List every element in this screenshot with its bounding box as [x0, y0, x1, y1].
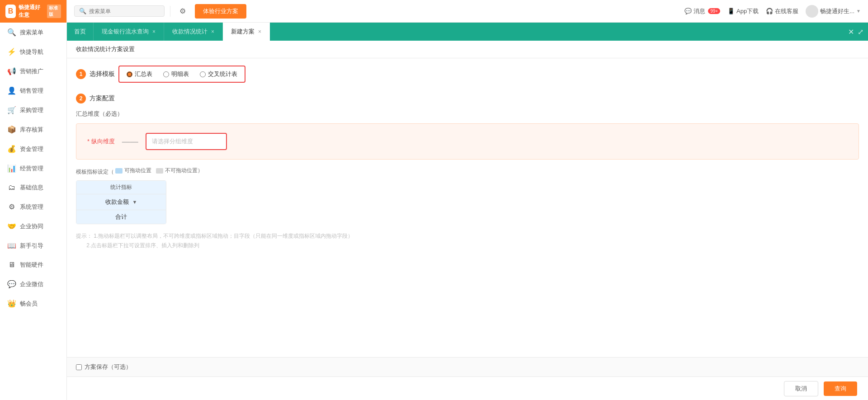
sidebar-item-marketing[interactable]: 📢 营销推广: [0, 61, 66, 81]
topbar-right: 💬 消息 99+ 📱 App下载 🎧 在线客服 畅捷通好生... ▼: [684, 5, 861, 18]
search-input[interactable]: [89, 8, 152, 14]
service-icon: 🎧: [766, 8, 773, 14]
industry-btn[interactable]: 体验行业方案: [195, 4, 246, 19]
sidebar-item-collaboration[interactable]: 🤝 企业协同: [0, 216, 66, 236]
sidebar-item-label: 搜索菜单: [20, 28, 43, 37]
app-download-btn[interactable]: 📱 App下载: [727, 7, 759, 15]
logo-text: 畅捷通好生意: [19, 4, 43, 19]
tab-newplan-close[interactable]: ×: [258, 28, 261, 35]
sidebar-item-label: 智能硬件: [20, 261, 43, 269]
dimension-placeholder: 请选择分组维度: [152, 138, 193, 145]
search-icon: 🔍: [7, 28, 16, 37]
topbar-search-box[interactable]: 🔍: [74, 5, 165, 17]
sidebar-item-label: 系统管理: [20, 203, 43, 211]
sidebar-item-purchase[interactable]: 🛒 采购管理: [0, 100, 66, 120]
sidebar-item-label: 营销推广: [20, 67, 43, 75]
step1-header: 1 选择模板 汇总表 明细表 交叉统计表: [76, 66, 859, 83]
hint-2: 2.点击标题栏下拉可设置排序、插入列和删除列: [76, 241, 859, 251]
gear-button[interactable]: ⚙: [176, 5, 189, 18]
indicator-subtotal: 合计: [76, 210, 166, 224]
indicator-table: 统计指标 收款金额 ▼ 合计: [76, 180, 166, 224]
operations-icon: 📊: [7, 164, 16, 173]
sidebar-item-sales[interactable]: 👤 销售管理: [0, 81, 66, 100]
radio-detail[interactable]: 明细表: [163, 70, 189, 78]
save-plan-label[interactable]: 方案保存（可选）: [85, 363, 132, 371]
page-title: 收款情况统计方案设置: [76, 46, 135, 52]
sidebar-item-label: 畅会员: [20, 300, 38, 308]
sidebar-item-guide[interactable]: 📖 新手引导: [0, 236, 66, 255]
sidebar-item-member[interactable]: 👑 畅会员: [0, 294, 66, 313]
chevron-down-icon: ▼: [856, 9, 861, 14]
radio-cross[interactable]: 交叉统计表: [200, 70, 237, 78]
tab-collection-label: 收款情况统计: [172, 28, 208, 36]
online-service-btn[interactable]: 🎧 在线客服: [766, 7, 798, 15]
sidebar-item-operations[interactable]: 📊 经营管理: [0, 159, 66, 178]
service-label: 在线客服: [775, 7, 798, 15]
save-plan-checkbox[interactable]: [76, 364, 82, 370]
indicator-header: 模板指标设定（ 可拖动位置 不可拖动位置）: [76, 167, 859, 176]
dimension-area: 纵向维度 —— 请选择分组维度: [76, 123, 859, 160]
dropdown-icon: ▼: [132, 199, 137, 205]
tab-cashflow-close[interactable]: ×: [152, 28, 156, 35]
hint-text-1: 1.拖动标题栏可以调整布局，不可跨维度或指标区域拖动；目字段（只能在同一维度或指…: [94, 233, 353, 239]
sidebar-item-search[interactable]: 🔍 搜索菜单: [0, 23, 66, 42]
tab-home-label: 首页: [74, 28, 86, 36]
hint-1: 提示： 1.拖动标题栏可以调整布局，不可跨维度或指标区域拖动；目字段（只能在同一…: [76, 231, 859, 241]
logo-icon: B: [5, 5, 16, 18]
topbar-divider: [170, 6, 170, 17]
close-window-icon[interactable]: ✕: [848, 28, 854, 36]
hint-spacer: [76, 242, 85, 249]
radio-detail-input[interactable]: [163, 71, 169, 77]
user-profile[interactable]: 畅捷通好生... ▼: [806, 5, 861, 18]
cancel-button[interactable]: 取消: [784, 381, 818, 396]
radio-summary[interactable]: 汇总表: [127, 70, 152, 78]
draggable-legend-box: [115, 168, 123, 174]
sidebar-item-hardware[interactable]: 🖥 智能硬件: [0, 255, 66, 274]
sidebar-item-label: 资金管理: [20, 145, 43, 153]
sidebar-item-inventory[interactable]: 📦 库存核算: [0, 120, 66, 139]
tab-cashflow-label: 现金银行流水查询: [102, 28, 149, 36]
hint-section: 提示： 1.拖动标题栏可以调整布局，不可跨维度或指标区域拖动；目字段（只能在同一…: [76, 231, 859, 251]
sidebar-item-finance[interactable]: 💰 资金管理: [0, 139, 66, 159]
indicator-cell-amount[interactable]: 收款金额 ▼: [76, 194, 166, 210]
sidebar-logo: B 畅捷通好生意 标准版: [0, 0, 66, 23]
step2-title: 方案配置: [90, 94, 115, 103]
expand-window-icon[interactable]: ⤢: [858, 28, 863, 36]
tab-collection-close[interactable]: ×: [211, 28, 214, 35]
indicator-group-header: 统计指标: [76, 181, 166, 194]
step1-number: 1: [76, 69, 86, 79]
radio-summary-input[interactable]: [127, 71, 132, 77]
dimension-select[interactable]: 请选择分组维度: [146, 133, 227, 150]
topbar: 🔍 ⚙ 体验行业方案 💬 消息 99+ 📱 App下载 🎧 在线客服: [67, 0, 868, 23]
edition-badge: 标准版: [47, 5, 61, 18]
sidebar-item-label: 经营管理: [20, 165, 43, 173]
message-badge: 99+: [708, 8, 720, 14]
query-button[interactable]: 查询: [824, 381, 857, 396]
tab-home[interactable]: 首页: [67, 23, 94, 41]
step2-section: 2 方案配置 汇总维度（必选） 纵向维度 —— 请选择分组维度: [76, 94, 859, 251]
step1-section: 1 选择模板 汇总表 明细表 交叉统计表: [76, 66, 859, 83]
quicknav-icon: ⚡: [7, 47, 16, 56]
radio-summary-label: 汇总表: [135, 70, 152, 78]
radio-cross-input[interactable]: [200, 71, 206, 77]
message-icon: 💬: [684, 8, 692, 14]
guide-icon: 📖: [7, 241, 16, 250]
tab-collection[interactable]: 收款情况统计 ×: [164, 23, 223, 41]
page-header: 收款情况统计方案设置: [67, 41, 868, 58]
system-icon: ⚙: [7, 202, 16, 211]
sidebar-item-system[interactable]: ⚙ 系统管理: [0, 197, 66, 216]
username: 畅捷通好生...: [820, 7, 854, 15]
message-btn[interactable]: 💬 消息 99+: [684, 7, 720, 15]
baseinfo-icon: 🗂: [7, 184, 16, 192]
sidebar-item-label: 新手引导: [20, 242, 43, 250]
sidebar-item-quicknav[interactable]: ⚡ 快捷导航: [0, 42, 66, 61]
sidebar-item-wechat[interactable]: 💬 企业微信: [0, 274, 66, 294]
tab-newplan[interactable]: 新建方案 ×: [223, 23, 270, 41]
collaboration-icon: 🤝: [7, 222, 16, 231]
page-body: 1 选择模板 汇总表 明细表 交叉统计表: [67, 58, 868, 357]
footer-bar: 取消 查询: [67, 376, 868, 400]
hint-label: 提示：: [76, 233, 92, 239]
download-icon: 📱: [727, 8, 735, 14]
tab-cashflow[interactable]: 现金银行流水查询 ×: [94, 23, 164, 41]
sidebar-item-base-info[interactable]: 🗂 基础信息: [0, 178, 66, 197]
